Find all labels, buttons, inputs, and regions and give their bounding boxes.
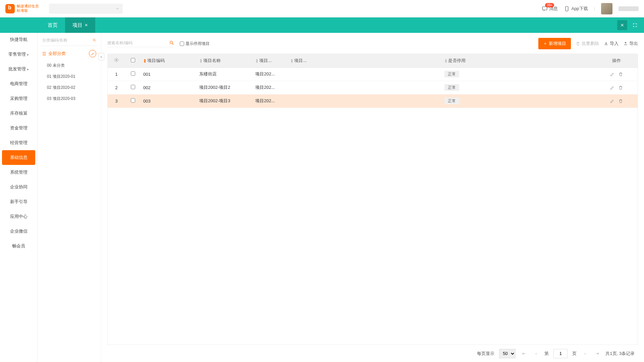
tab-close-icon[interactable]: ✕ (85, 23, 88, 27)
sidebar-item[interactable]: 电商管理 (0, 76, 37, 91)
tab-首页[interactable]: 首页 (40, 17, 65, 33)
sidebar-item[interactable]: 零售管理▸ (0, 47, 37, 62)
sidebar-item[interactable]: 批发管理▸ (0, 62, 37, 76)
gear-icon (114, 57, 119, 63)
tabstrip: 首页项目✕ (0, 17, 644, 33)
collapse-panel-button[interactable]: « (98, 53, 104, 60)
col-code[interactable]: ▲▼项目编码 (141, 54, 197, 67)
show-disabled-label: 显示停用项目 (185, 41, 210, 47)
sidebar-item[interactable]: 企业微信 (0, 224, 37, 239)
chevron-down-icon (115, 7, 119, 11)
show-disabled-checkbox[interactable]: 显示停用项目 (180, 41, 210, 47)
row-checkbox[interactable] (131, 98, 135, 103)
edit-icon (91, 52, 95, 56)
col-checkbox[interactable] (125, 54, 141, 67)
sort-icon: ▲▼ (143, 58, 147, 63)
col-op: 操作 (596, 54, 638, 67)
messages-button[interactable]: 99+ 消息 (542, 6, 558, 12)
col-settings[interactable] (108, 54, 125, 67)
category-search-input[interactable] (42, 38, 93, 43)
sidebar-item[interactable]: 资金管理 (0, 121, 37, 135)
sort-icon: ▲▼ (444, 58, 448, 63)
category-search (41, 37, 98, 46)
sidebar-item[interactable]: 企业协同 (0, 180, 37, 194)
trash-icon[interactable] (618, 85, 623, 90)
show-disabled-input[interactable] (180, 42, 184, 46)
sidebar-item[interactable]: 基础信息 (2, 150, 35, 165)
close-icon (620, 23, 625, 27)
plus-icon: ＋ (543, 41, 547, 47)
batch-delete-button[interactable]: 批量删除 (576, 41, 599, 47)
table-row[interactable]: 1001东楼街店项目202...正常 (108, 67, 638, 81)
edit-icon[interactable] (610, 85, 615, 90)
prev-page-button[interactable]: ‹ (532, 351, 540, 356)
next-page-button[interactable]: › (581, 351, 589, 356)
category-node[interactable]: 02 项目2020-02 (41, 82, 98, 93)
svg-point-2 (93, 39, 95, 41)
sidebar-item[interactable]: 畅会员 (0, 239, 37, 253)
table-row[interactable]: 2002项目2002-项目2项目202...正常 (108, 81, 638, 94)
category-root[interactable]: ☲ 全部分类 (41, 46, 98, 60)
main: ☲ 全部分类 00 未分类01 项目2020-0102 项目2020-0203 … (38, 33, 644, 362)
import-button[interactable]: 导入 (604, 41, 619, 47)
status-badge: 正常 (444, 84, 459, 91)
expand-icon (633, 23, 637, 27)
col-name[interactable]: ▲▼项目名称 (197, 54, 253, 67)
category-node[interactable]: 03 项目2020-03 (41, 93, 98, 104)
sidebar-item[interactable]: 系统管理 (0, 165, 37, 180)
page-prefix: 第 (544, 351, 549, 357)
search-icon[interactable] (93, 38, 96, 43)
phone-icon (564, 6, 570, 12)
sort-icon: ▲▼ (255, 58, 259, 63)
trash-icon[interactable] (618, 72, 623, 77)
page-input[interactable] (553, 349, 568, 358)
edit-icon[interactable] (610, 99, 615, 104)
row-checkbox[interactable] (131, 71, 135, 76)
per-page-label: 每页显示 (477, 351, 494, 357)
avatar[interactable] (601, 3, 612, 14)
brand-name: 畅捷通好生意 (17, 4, 39, 8)
tab-项目[interactable]: 项目✕ (65, 17, 95, 33)
export-icon (623, 41, 628, 46)
pagination: 每页显示 50 ⇤ ‹ 第 页 › ⇥ 共1页, 3条记录 (107, 345, 638, 362)
category-node[interactable]: 00 未分类 (41, 60, 98, 71)
status-badge: 正常 (444, 98, 459, 104)
col-c3[interactable]: ▲▼项目... (253, 54, 287, 67)
table-row[interactable]: 3003项目2002-项目3项目202...正常 (108, 94, 638, 108)
download-label: App下载 (571, 6, 588, 12)
add-project-button[interactable]: ＋ 新增项目 (538, 38, 571, 49)
search-input[interactable] (107, 41, 169, 45)
sort-icon: ▲▼ (199, 58, 203, 63)
import-icon (604, 41, 608, 46)
sidebar-item[interactable]: 经营管理 (0, 135, 37, 150)
download-button[interactable]: App下载 (564, 6, 588, 12)
category-panel: ☲ 全部分类 00 未分类01 项目2020-0102 项目2020-0203 … (38, 33, 101, 362)
last-page-button[interactable]: ⇥ (593, 351, 601, 356)
fullscreen-button[interactable] (630, 20, 640, 30)
row-checkbox[interactable] (131, 85, 135, 89)
sidebar-item[interactable]: 库存核算 (0, 106, 37, 121)
trash-icon[interactable] (618, 99, 623, 104)
add-project-label: 新增项目 (549, 41, 566, 47)
first-page-button[interactable]: ⇤ (520, 351, 528, 356)
sort-icon: ▲▼ (290, 58, 293, 63)
select-all-checkbox[interactable] (131, 58, 135, 62)
edit-icon[interactable] (610, 72, 615, 77)
category-edit-button[interactable] (89, 50, 96, 57)
category-node[interactable]: 01 项目2020-01 (41, 71, 98, 82)
per-page-select[interactable]: 50 (499, 349, 516, 358)
col-c4[interactable]: ▲▼项目... (287, 54, 441, 67)
export-label: 导出 (629, 41, 638, 47)
tab-close-button[interactable] (617, 20, 627, 30)
toolbar: 显示停用项目 ＋ 新增项目 批量删除 导入 导出 (107, 37, 638, 50)
sidebar-item[interactable]: 新手引导 (0, 194, 37, 209)
import-label: 导入 (610, 41, 619, 47)
col-status[interactable]: ▲▼是否停用 (442, 54, 596, 67)
export-button[interactable]: 导出 (623, 41, 638, 47)
sidebar-item[interactable]: 快捷导航 (0, 32, 37, 47)
search-icon[interactable] (169, 40, 174, 46)
sidebar-item[interactable]: 采购管理 (0, 91, 37, 106)
sidebar-item[interactable]: 应用中心 (0, 209, 37, 224)
company-selector[interactable] (49, 4, 123, 14)
total-label: 共1页, 3条记录 (605, 351, 635, 357)
